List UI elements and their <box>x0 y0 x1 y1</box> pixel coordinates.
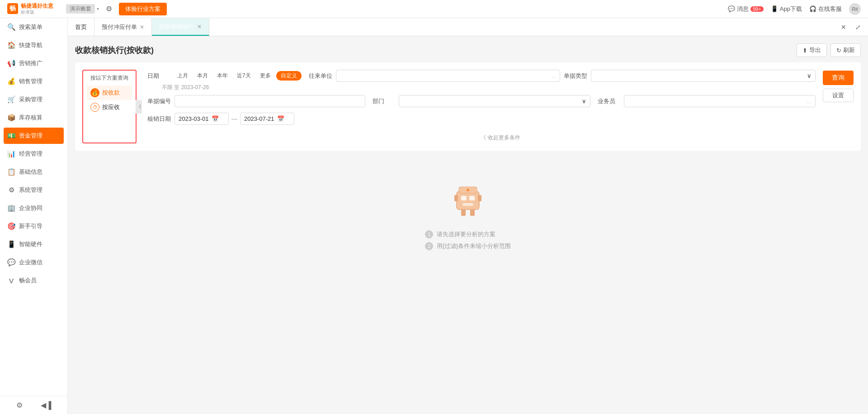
sidebar-item-label-finance: 资金管理 <box>19 132 42 140</box>
sidebar-item-system[interactable]: ⚙ 系统管理 <box>0 181 67 199</box>
collapse-more-label: 收起更多条件 <box>488 134 520 142</box>
empty-tip-1: 1 请先选择要分析的方案 <box>425 230 510 238</box>
form-actions: 查询 设置 <box>823 70 854 102</box>
date-prev-month-button[interactable]: 上月 <box>174 71 192 81</box>
date-more-button[interactable]: 更多 <box>256 71 274 81</box>
sidebar-item-quick-nav[interactable]: 🏠 快捷导航 <box>0 36 67 54</box>
sidebar-item-marketing[interactable]: 📢 营销推广 <box>0 54 67 72</box>
date-this-month-button[interactable]: 本月 <box>193 71 212 81</box>
svg-rect-2 <box>469 196 475 200</box>
filter-option-receivable-label: 按应收 <box>102 103 120 111</box>
settings-gear-button[interactable]: ⚙ <box>103 3 115 15</box>
refresh-icon: ↻ <box>836 47 841 54</box>
brand-name: 畅捷通好生意 <box>21 3 53 9</box>
filter-option-by-receivable[interactable]: ⏱ 按应收 <box>87 100 132 114</box>
filter-sidebar-title: 按以下方案查询 <box>87 74 132 82</box>
calendar-end-icon: 📅 <box>277 115 284 122</box>
message-icon: 💬 <box>728 5 735 12</box>
bill-type-select[interactable]: ∨ <box>591 70 816 82</box>
svg-rect-7 <box>470 209 475 216</box>
receipt-icon: 💰 <box>90 88 99 97</box>
dept-select[interactable]: ∨ <box>399 95 590 107</box>
empty-tip-2: 2 用[过滤]条件来缩小分析范围 <box>425 242 510 250</box>
sidebar-item-guide[interactable]: 🎯 新手引导 <box>0 217 67 235</box>
sidebar-item-label-system: 系统管理 <box>19 186 42 194</box>
sidebar-collapse-button[interactable]: ◀▐ <box>41 401 51 409</box>
sidebar-item-inventory[interactable]: 📦 库存核算 <box>0 109 67 127</box>
service-icon: 🎧 <box>809 5 816 12</box>
sidebar-item-label-sales: 销售管理 <box>19 77 42 86</box>
sidebar-item-finance[interactable]: 💵 资金管理 <box>4 128 64 144</box>
bill-type-dropdown-icon: ∨ <box>807 72 811 79</box>
brand-info: 畅捷通好生意 标准版 <box>21 3 53 14</box>
export-icon: ⬆ <box>802 47 807 54</box>
enterprise-icon: 🏢 <box>7 204 15 212</box>
sidebar-item-member[interactable]: V 畅会员 <box>0 271 67 290</box>
sidebar-item-basic[interactable]: 📋 基础信息 <box>0 163 67 181</box>
tab-bar-actions: ✕ ⤢ <box>837 21 868 33</box>
tab-bar: 首页预付冲应付单✕收款核销执行✕ ✕ ⤢ <box>68 18 868 36</box>
refresh-button[interactable]: ↻ 刷新 <box>830 43 861 57</box>
sidebar-bottom: ⚙ ◀▐ <box>0 396 67 414</box>
empty-illustration <box>445 178 491 223</box>
writeoff-date-start-input[interactable]: 2023-03-01 📅 <box>175 113 229 125</box>
collapse-more-row: 《 收起更多条件 <box>147 132 854 143</box>
svg-rect-1 <box>461 196 467 200</box>
page-actions: ⬆ 导出 ↻ 刷新 <box>797 43 861 57</box>
basic-icon: 📋 <box>7 168 15 176</box>
tab-close-button[interactable]: ✕ <box>837 21 850 33</box>
date-7days-button[interactable]: 近7天 <box>233 71 255 81</box>
top-bar-left: 畅 畅捷通好生意 标准版 演示账套 ▾ ⚙ 体验行业方案 <box>7 3 167 15</box>
date-row: 日期 上月 本月 本年 近7天 更多 自定义 <box>147 70 816 82</box>
sidebar-item-wechat[interactable]: 💬 企业微信 <box>0 253 67 271</box>
tab-maximize-button[interactable]: ⤢ <box>852 21 864 33</box>
date-this-year-button[interactable]: 本年 <box>213 71 231 81</box>
svg-rect-4 <box>454 195 458 201</box>
app-download-button[interactable]: 📱 App下载 <box>771 5 802 13</box>
export-button[interactable]: ⬆ 导出 <box>797 43 827 57</box>
industry-solution-button[interactable]: 体验行业方案 <box>119 3 167 15</box>
user-info[interactable]: Rit <box>849 3 861 15</box>
tab-home[interactable]: 首页 <box>68 18 94 36</box>
sidebar-item-purchase[interactable]: 🛒 采购管理 <box>0 90 67 109</box>
sidebar-settings-button[interactable]: ⚙ <box>16 401 23 409</box>
staff-input[interactable]: ... <box>624 95 816 107</box>
message-button[interactable]: 💬 消息 99+ <box>728 5 764 13</box>
member-icon: V <box>7 277 15 285</box>
bill-num-input[interactable] <box>175 95 365 107</box>
writeoff-date-end-input[interactable]: 2023-07-21 📅 <box>240 113 294 125</box>
date-field: 日期 上月 本月 本年 近7天 更多 自定义 <box>147 71 302 81</box>
export-label: 导出 <box>809 46 821 54</box>
filter-settings-button[interactable]: 设置 <box>823 89 854 102</box>
sidebar-collapse-icon[interactable]: 《 <box>136 100 142 114</box>
company-selector[interactable]: 演示账套 ▾ <box>66 4 99 14</box>
sidebar-item-search-menu[interactable]: 🔍 搜索菜单 <box>0 18 67 36</box>
logo-icon: 畅 <box>7 3 18 14</box>
filter-type-sidebar: 按以下方案查询 💰 按收款 ⏱ 按应收 《 <box>82 70 137 143</box>
page-title-bar: 收款核销执行(按收款) ⬆ 导出 ↻ 刷新 <box>75 43 861 57</box>
filter-panel: 按以下方案查询 💰 按收款 ⏱ 按应收 《 <box>75 62 861 151</box>
party-input[interactable]: ... <box>336 70 561 82</box>
tab-prepay[interactable]: 预付冲应付单✕ <box>94 18 152 36</box>
empty-tips-list: 1 请先选择要分析的方案 2 用[过滤]条件来缩小分析范围 <box>425 230 510 254</box>
filter-option-receipt-label: 按收款 <box>102 89 120 97</box>
system-icon: ⚙ <box>7 186 15 194</box>
query-button[interactable]: 查询 <box>823 71 854 85</box>
writeoff-date-row: 核销日期 2023-03-01 📅 — 2023-07-21 <box>147 113 816 125</box>
tab-receipt[interactable]: 收款核销执行✕ <box>152 18 209 36</box>
bill-row: 单据编号 部门 ∨ <box>147 95 816 107</box>
sidebar-item-enterprise[interactable]: 🏢 企业协同 <box>0 199 67 217</box>
party-label: 往来单位 <box>309 72 332 80</box>
purchase-icon: 🛒 <box>7 95 15 104</box>
filter-option-by-receipt[interactable]: 💰 按收款 <box>87 86 132 100</box>
operation-icon: 📊 <box>7 150 15 158</box>
sidebar-item-operation[interactable]: 📊 经营管理 <box>0 145 67 163</box>
sidebar-item-sales[interactable]: 💰 销售管理 <box>0 72 67 90</box>
collapse-more-button[interactable]: 《 收起更多条件 <box>481 134 520 142</box>
tab-close-prepay[interactable]: ✕ <box>140 24 144 30</box>
date-custom-button[interactable]: 自定义 <box>276 71 302 81</box>
sidebar-item-hardware[interactable]: 📱 智能硬件 <box>0 235 67 253</box>
online-service-button[interactable]: 🎧 在线客服 <box>809 5 842 13</box>
tab-close-receipt[interactable]: ✕ <box>197 24 202 30</box>
writeoff-start-date: 2023-03-01 <box>179 115 209 122</box>
